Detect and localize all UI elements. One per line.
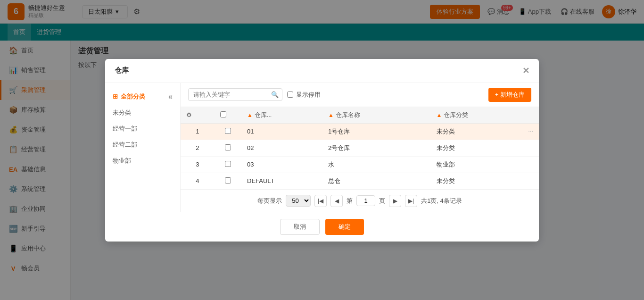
row-name: 总仓 [322,173,430,189]
row-check[interactable] [215,156,241,173]
modal-sidebar-header: ⊞ 全部分类 « [105,89,180,105]
row-no: 2 [181,140,215,156]
table-row[interactable]: 4 DEFAULT 总仓 未分类 [181,173,539,189]
modal-sidebar: ⊞ 全部分类 « 未分类 经营一部 经营二部 物业部 [105,83,181,212]
row-name: 2号仓库 [322,140,430,156]
cancel-button[interactable]: 取消 [280,219,320,235]
per-page-label: 每页显示 [257,197,282,205]
search-wrap: 🔍 [188,88,282,101]
modal-sidebar-header-label: 全部分类 [121,92,145,101]
per-page-select[interactable]: 50 [286,195,311,207]
sort-icon-name: ▲ [328,112,334,118]
table-body: 1 01 1号仓库 未分类··· 2 02 2号仓库 未分类 3 03 水 物业… [181,123,539,189]
modal-body: ⊞ 全部分类 « 未分类 经营一部 经营二部 物业部 [105,83,539,212]
row-name: 水 [322,156,430,173]
search-icon: 🔍 [271,91,279,98]
modal-sidebar-item-1[interactable]: 经营一部 [105,121,180,137]
modal-sidebar-item-2[interactable]: 经营二部 [105,137,180,153]
page-next-btn[interactable]: ▶ [389,195,401,207]
row-checkbox[interactable] [225,128,231,134]
table-row[interactable]: 2 02 2号仓库 未分类 [181,140,539,156]
modal-header: 仓库 ✕ [105,59,539,83]
grid-icon: ⊞ [113,93,118,100]
modal-toolbar: 🔍 显示停用 + 新增仓库 [181,83,539,107]
sort-icon: ▲ [247,112,253,118]
row-checkbox[interactable] [225,144,231,150]
row-no: 4 [181,173,215,189]
gear-settings-icon: ⚙ [186,111,192,118]
row-actions: ··· [528,127,533,134]
page-number-input[interactable] [356,195,375,206]
th-category: ▲ 仓库分类 [431,107,539,124]
modal-sidebar-item-0[interactable]: 未分类 [105,105,180,121]
page-last-btn[interactable]: ▶| [405,195,417,207]
row-no: 1 [181,123,215,140]
show-disabled-checkbox[interactable] [287,92,293,98]
row-checkbox[interactable] [225,177,231,183]
row-code: 02 [241,140,322,156]
th-code: ▲ 仓库... [241,107,322,124]
th-checkbox [215,107,241,124]
page-label: 第 [347,197,353,205]
sort-icon-cat: ▲ [437,112,442,118]
row-code: DEFAULT [241,173,322,189]
row-check[interactable] [215,140,241,156]
warehouse-table: ⚙ ▲ 仓库... ▲ [181,107,539,190]
modal-title: 仓库 [115,66,129,75]
row-code: 03 [241,156,322,173]
row-checkbox[interactable] [225,161,231,167]
modal-close-button[interactable]: ✕ [522,66,529,76]
row-category: 未分类 [431,173,539,189]
page-first-btn[interactable]: |◀ [314,195,327,207]
add-warehouse-button[interactable]: + 新增仓库 [488,88,531,102]
row-category: 物业部 [431,156,539,173]
show-disabled-checkbox-label[interactable]: 显示停用 [287,91,321,99]
row-check[interactable] [215,173,241,189]
row-check[interactable] [215,123,241,140]
row-category: 未分类··· [431,123,539,140]
row-name: 1号仓库 [322,123,430,140]
modal-pagination: 每页显示 50 |◀ ◀ 第 页 ▶ ▶| 共1页, 4条记录 [181,190,539,212]
th-name: ▲ 仓库名称 [322,107,430,124]
table-header: ⚙ ▲ 仓库... ▲ [181,107,539,124]
th-settings: ⚙ [181,107,215,124]
row-code: 01 [241,123,322,140]
row-no: 3 [181,156,215,173]
modal-actions: 取消 确定 [105,212,539,242]
collapse-icon[interactable]: « [168,92,173,101]
modal-table-wrap: ⚙ ▲ 仓库... ▲ [181,107,539,190]
total-info: 共1页, 4条记录 [421,197,462,205]
table-row[interactable]: 3 03 水 物业部 [181,156,539,173]
search-input[interactable] [188,88,282,101]
page-unit: 页 [379,197,385,205]
modal-content: 🔍 显示停用 + 新增仓库 ⚙ [181,83,539,212]
modal-sidebar-item-3[interactable]: 物业部 [105,153,180,169]
row-category: 未分类 [431,140,539,156]
table-row[interactable]: 1 01 1号仓库 未分类··· [181,123,539,140]
show-disabled-label: 显示停用 [296,91,321,99]
modal-backdrop: 仓库 ✕ ⊞ 全部分类 « 未分类 经营一部 经营二部 [0,0,644,300]
confirm-button[interactable]: 确定 [325,219,364,235]
select-all-checkbox[interactable] [220,111,226,117]
warehouse-modal: 仓库 ✕ ⊞ 全部分类 « 未分类 经营一部 经营二部 [105,59,539,242]
page-prev-btn[interactable]: ◀ [330,195,343,207]
